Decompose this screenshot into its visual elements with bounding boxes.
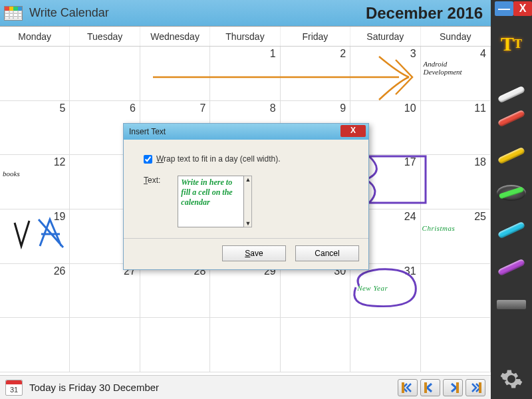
textarea-scrollbar[interactable]: ▲▼ <box>244 176 252 227</box>
chalk-yellow-tool[interactable] <box>497 142 526 169</box>
eraser-tool[interactable] <box>497 180 526 206</box>
day-number: 8 <box>270 102 276 114</box>
day-cell[interactable] <box>70 318 140 372</box>
day-number: 9 <box>340 102 346 114</box>
day-cell[interactable] <box>350 318 420 372</box>
chalk-red-tool[interactable] <box>497 105 526 132</box>
prev-month-button[interactable] <box>420 379 440 396</box>
day-cell[interactable] <box>421 318 491 372</box>
weekday-tue: Tuesday <box>70 27 140 46</box>
wrap-option-row: Wrap text to fit in a day (cell width). <box>144 154 352 164</box>
day-cell[interactable]: 18 <box>421 155 491 209</box>
day-number: 19 <box>54 211 66 223</box>
text-label: Text: <box>144 176 160 185</box>
day-number: 6 <box>130 102 136 114</box>
day-number: 31 <box>404 265 416 277</box>
dialog-close-button[interactable]: X <box>340 125 366 137</box>
day-cell[interactable]: 5 <box>0 101 70 156</box>
weekday-sat: Saturday <box>350 27 420 46</box>
nav-buttons <box>398 379 485 396</box>
day-cell[interactable]: 28 <box>140 264 210 319</box>
weekday-fri: Friday <box>281 27 350 46</box>
text-input[interactable] <box>178 176 244 227</box>
text-input-row: Text: ▲▼ <box>144 176 352 227</box>
close-button[interactable]: X <box>513 1 532 16</box>
note-christmas: Christmas <box>422 224 456 232</box>
ruler-tool[interactable] <box>497 291 526 318</box>
note-newyear: New Year <box>357 284 388 292</box>
note-android: Android Development <box>424 60 462 76</box>
day-cell[interactable]: 2 <box>281 47 350 101</box>
day-cell[interactable]: 31New Year <box>350 264 420 319</box>
day-cell[interactable]: 25Christmas <box>421 209 491 264</box>
day-number: 7 <box>200 102 205 114</box>
weekday-mon: Monday <box>0 27 70 46</box>
window-controls: — X <box>491 1 532 20</box>
weekday-sun: Sunday <box>421 27 491 46</box>
day-cell[interactable] <box>421 264 491 319</box>
day-number: 25 <box>474 211 486 223</box>
wrap-checkbox[interactable] <box>144 155 152 164</box>
app-icon <box>4 6 23 21</box>
day-cell[interactable]: 1 <box>210 47 280 101</box>
day-number: 26 <box>54 265 66 277</box>
next-month-button[interactable] <box>443 379 463 396</box>
insert-text-dialog: Insert Text X Wrap text to fit in a day … <box>123 123 369 270</box>
chalk-white-tool[interactable] <box>497 68 526 94</box>
today-label: Today is Friday 30 December <box>29 382 159 393</box>
day-number: 4 <box>480 48 486 60</box>
minimize-button[interactable]: — <box>495 1 513 16</box>
text-tool-button[interactable]: TT <box>497 31 526 57</box>
day-number: 5 <box>60 102 66 114</box>
today-icon-day: 31 <box>6 384 22 395</box>
svg-rect-2 <box>456 382 459 393</box>
day-cell[interactable] <box>140 318 210 372</box>
day-cell[interactable]: 12books <box>0 155 70 209</box>
chalk-purple-tool[interactable] <box>497 254 526 281</box>
next-year-button[interactable] <box>466 379 485 396</box>
footer: 31 Today is Friday 30 December <box>0 375 491 399</box>
dialog-title: Insert Text <box>129 127 166 136</box>
svg-rect-1 <box>424 382 427 393</box>
prev-year-button[interactable] <box>398 379 418 396</box>
dialog-body: Wrap text to fit in a day (cell width). … <box>124 140 368 238</box>
side-toolbar: — X TT <box>491 0 532 399</box>
gear-icon <box>499 367 523 391</box>
day-cell[interactable]: 11 <box>421 101 491 156</box>
day-cell[interactable]: 3 <box>350 47 420 101</box>
day-cell[interactable] <box>0 318 70 372</box>
day-number: 3 <box>410 48 416 60</box>
day-number: 12 <box>54 156 66 168</box>
svg-rect-3 <box>479 382 481 393</box>
dialog-titlebar[interactable]: Insert Text X <box>124 124 368 140</box>
day-number: 10 <box>404 102 416 114</box>
day-cell[interactable]: 26 <box>0 264 70 319</box>
day-cell[interactable]: 4Android Development <box>421 47 491 101</box>
day-cell[interactable]: 19 <box>0 209 70 264</box>
day-cell[interactable] <box>140 47 210 101</box>
settings-button[interactable] <box>497 366 526 392</box>
day-cell[interactable] <box>281 318 350 372</box>
chalk-cyan-tool[interactable] <box>497 217 526 243</box>
day-cell[interactable] <box>70 47 140 101</box>
cancel-button[interactable]: Cancel <box>295 245 359 261</box>
weekday-wed: Wednesday <box>140 27 210 46</box>
day-number: 24 <box>404 211 416 223</box>
day-number: 11 <box>474 102 486 114</box>
day-cell[interactable]: 30 <box>281 264 350 319</box>
svg-rect-0 <box>402 382 404 393</box>
today-icon[interactable]: 31 <box>5 380 23 396</box>
titlebar: Write Calendar December 2016 <box>0 0 491 27</box>
day-cell[interactable]: 29 <box>210 264 280 319</box>
day-cell[interactable] <box>210 318 280 372</box>
save-button[interactable]: Save <box>222 245 286 261</box>
day-number: 18 <box>474 156 486 168</box>
day-number: 2 <box>340 48 346 60</box>
wrap-label[interactable]: Wrap text to fit in a day (cell width). <box>156 154 281 164</box>
weekday-thu: Thursday <box>210 27 280 46</box>
app-title: Write Calendar <box>29 6 109 20</box>
day-cell[interactable]: 27 <box>70 264 140 319</box>
day-cell[interactable] <box>0 47 70 101</box>
dialog-footer: Save Cancel <box>124 238 368 269</box>
note-books: books <box>3 170 20 178</box>
